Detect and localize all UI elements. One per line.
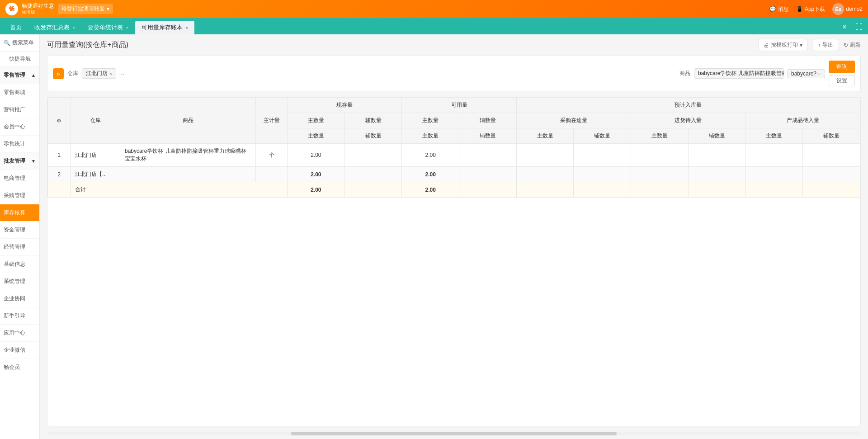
col-sub-pp-main: 主数量 xyxy=(631,128,689,144)
chevron-down-icon: ▾ xyxy=(107,6,109,12)
sidebar-item-enterprise-label: 企业协同 xyxy=(4,295,25,302)
sidebar-item-biz-label: 经营管理 xyxy=(4,243,25,251)
sidebar-item-basic[interactable]: 基础信息 xyxy=(0,256,39,273)
col-header-current-main: 主数量 xyxy=(288,113,345,128)
sidebar-search[interactable]: 🔍 搜索菜单 xyxy=(0,34,39,52)
sidebar-quick-nav[interactable]: 快捷导航 xyxy=(0,52,39,67)
top-bar-left: 畅 畅捷通好生意 标准版 母婴行业演示账套 ▾ xyxy=(5,3,113,15)
col-sub-pp-aux: 辅数量 xyxy=(688,128,745,144)
row1-warehouse: 江北门店 xyxy=(71,144,120,167)
row1-pp-main xyxy=(631,144,689,167)
sidebar-item-wholesale-label: 批发管理 xyxy=(4,157,25,165)
query-button[interactable]: 查询 xyxy=(829,61,855,73)
summary-avail-aux xyxy=(459,182,517,198)
refresh-button[interactable]: ↻ 刷新 xyxy=(844,41,861,49)
message-label: 消息 xyxy=(778,5,789,13)
chevron-down-icon: ▾ xyxy=(800,42,802,48)
sidebar-item-vip[interactable]: 畅会员 xyxy=(0,359,39,376)
setting-button[interactable]: 设置 xyxy=(829,75,855,86)
summary-current-main: 2.00 xyxy=(288,182,345,198)
sidebar-item-ecom-label: 电商管理 xyxy=(4,175,25,182)
sidebar-item-purchase[interactable]: 采购管理 xyxy=(0,187,39,204)
sidebar-item-enterprise-wechat[interactable]: 企业微信 xyxy=(0,342,39,359)
sidebar-item-biz[interactable]: 经营管理 xyxy=(0,239,39,256)
brand-label: 标准版 xyxy=(22,9,54,15)
data-table: ⚙ 仓库 商品 主计量 现存量 可用量 预计入库量 主数量 辅数量 主数量 辅数… xyxy=(47,97,860,198)
page-header: 可用量查询(按仓库+商品) 🖨 按模板打印 ▾ ↑ 导出 ↻ 刷新 xyxy=(40,34,868,56)
window-close-button[interactable]: × xyxy=(839,22,850,33)
sidebar-item-app-center[interactable]: 应用中心 xyxy=(0,325,39,342)
tab-home-label: 首页 xyxy=(10,24,22,32)
template-print-button[interactable]: 🖨 按模板打印 ▾ xyxy=(759,39,807,51)
sidebar-item-inventory[interactable]: 库存核算 xyxy=(0,204,39,222)
sidebar: 🔍 搜索菜单 快捷导航 零售管理 ▲ 零售商城 营销推广 会员中心 零售统计 xyxy=(0,34,40,439)
avatar: Ea xyxy=(832,3,844,15)
sidebar-item-app-center-label: 应用中心 xyxy=(4,329,25,337)
tab-order-label: 要货单统计表 xyxy=(88,24,123,32)
sidebar-item-ecom[interactable]: 电商管理 xyxy=(0,170,39,187)
sidebar-item-retail-stats[interactable]: 零售统计 xyxy=(0,136,39,153)
sidebar-item-marketing[interactable]: 营销推广 xyxy=(0,101,39,118)
refresh-label: 刷新 xyxy=(850,41,861,49)
tab-available-ledger[interactable]: 可用量库存账本 × xyxy=(135,21,194,34)
message-button[interactable]: 💬 消息 xyxy=(769,5,789,13)
row1-product: babycare学饮杯 儿童防摔防撞吸管杯重力球吸嘴杯宝宝水杯 xyxy=(120,144,256,167)
col-header-settings[interactable]: ⚙ xyxy=(48,98,71,144)
main-layout: 🔍 搜索菜单 快捷导航 零售管理 ▲ 零售商城 营销推广 会员中心 零售统计 xyxy=(0,34,868,439)
sidebar-item-retail-mall[interactable]: 零售商城 xyxy=(0,84,39,101)
app-download-button[interactable]: 📱 App下载 xyxy=(796,5,825,13)
sidebar-item-system[interactable]: 系统管理 xyxy=(0,273,39,290)
sidebar-item-new-guide[interactable]: 新手引导 xyxy=(0,307,39,325)
account-selector[interactable]: 母婴行业演示账套 ▾ xyxy=(58,4,113,14)
sidebar-item-finance[interactable]: 资金管理 xyxy=(0,222,39,239)
sidebar-item-marketing-label: 营销推广 xyxy=(4,106,25,113)
top-bar: 畅 畅捷通好生意 标准版 母婴行业演示账套 ▾ 💬 消息 📱 App下载 Ea … xyxy=(0,0,868,18)
tab-available-close-icon[interactable]: × xyxy=(185,25,188,30)
col-header-avail-aux: 辅数量 xyxy=(459,113,517,128)
col-header-warehouse: 仓库 xyxy=(71,98,120,144)
row1-current-main: 2.00 xyxy=(288,144,345,167)
tab-order-close-icon[interactable]: × xyxy=(126,25,128,30)
tab-receipt-label: 收发存汇总表 xyxy=(34,24,70,32)
filter-toggle-button[interactable]: » xyxy=(53,68,64,79)
col-sub-prod-aux: 辅数量 xyxy=(803,128,860,144)
print-icon: 🖨 xyxy=(764,42,769,48)
tab-receipt-close-icon[interactable]: × xyxy=(72,25,75,30)
table-row: 1 江北门店 babycare学饮杯 儿童防摔防撞吸管杯重力球吸嘴杯宝宝水杯 个… xyxy=(48,144,860,167)
summary-pt-aux xyxy=(574,182,631,198)
tab-home[interactable]: 首页 xyxy=(4,21,28,34)
row1-prod-aux xyxy=(803,144,860,167)
row2-pp-main xyxy=(631,167,689,182)
row2-current-aux xyxy=(344,167,402,182)
sidebar-item-member[interactable]: 会员中心 xyxy=(0,118,39,136)
scrollbar-thumb[interactable] xyxy=(291,432,617,435)
row2-avail-main: 2.00 xyxy=(402,167,459,182)
tab-order-summary[interactable]: 要货单统计表 × xyxy=(81,21,135,34)
sidebar-item-retail-mall-label: 零售商城 xyxy=(4,89,25,96)
user-menu[interactable]: Ea demo2 xyxy=(832,3,863,15)
tab-receipt-summary[interactable]: 收发存汇总表 × xyxy=(28,21,81,34)
row1-prod-main xyxy=(745,144,803,167)
product-tag-1[interactable]: babycare学饮杯 儿童防摔防撞吸管杯重力球吸嘴杯宝宝水杯 × xyxy=(694,68,784,79)
sidebar-item-wholesale[interactable]: 批发管理 ▼ xyxy=(0,153,39,170)
export-button[interactable]: ↑ 导出 xyxy=(813,39,838,51)
warehouse-tag-remove-icon[interactable]: × xyxy=(109,71,112,76)
sidebar-item-enterprise[interactable]: 企业协同 xyxy=(0,290,39,307)
col-header-expected-in: 预计入库量 xyxy=(516,98,860,113)
sidebar-item-retail-mgmt[interactable]: 零售管理 ▲ xyxy=(0,67,39,84)
settings-icon: ⚙ xyxy=(57,118,61,124)
col-sub-pt-main: 主数量 xyxy=(516,128,574,144)
warehouse-filter-tags: 江北门店 × ··· xyxy=(82,68,676,79)
product-tag-2[interactable]: babycare?··· xyxy=(787,69,825,78)
summary-avail-main: 2.00 xyxy=(402,182,459,198)
filter-more-icon[interactable]: ··· xyxy=(119,70,124,77)
warehouse-tag-text: 江北门店 xyxy=(86,70,108,77)
warehouse-tag[interactable]: 江北门店 × xyxy=(82,68,116,79)
search-icon: 🔍 xyxy=(4,40,10,46)
horizontal-scrollbar[interactable] xyxy=(47,432,861,435)
summary-current-aux xyxy=(344,182,402,198)
summary-prod-aux xyxy=(803,182,860,198)
warehouse-filter-label: 仓库 xyxy=(67,70,78,77)
refresh-icon: ↻ xyxy=(844,42,848,48)
window-maximize-button[interactable]: ⛶ xyxy=(854,22,864,33)
